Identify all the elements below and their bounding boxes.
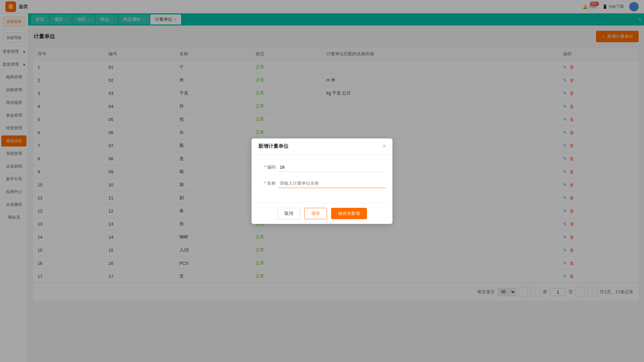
modal-footer: 取消 保存 保存并新增	[252, 203, 392, 224]
form-row-code: * 编码	[258, 163, 386, 172]
cancel-button[interactable]: 取消	[277, 208, 300, 219]
modal-title: 新增计量单位	[258, 143, 288, 149]
form-row-name: * 名称	[258, 179, 386, 188]
code-input[interactable]	[278, 163, 386, 172]
modal-overlay[interactable]: 新增计量单位 × * 编码 * 名称 取消 保存 保存并新增	[0, 0, 644, 362]
save-button[interactable]: 保存	[304, 208, 327, 219]
modal-body: * 编码 * 名称	[252, 155, 392, 203]
modal-close-btn[interactable]: ×	[383, 143, 386, 149]
name-label: * 名称	[258, 180, 278, 186]
add-unit-modal: 新增计量单位 × * 编码 * 名称 取消 保存 保存并新增	[252, 138, 392, 224]
code-label: * 编码	[258, 164, 278, 170]
modal-header: 新增计量单位 ×	[252, 138, 392, 155]
name-input[interactable]	[278, 179, 386, 188]
save-and-new-button[interactable]: 保存并新增	[331, 208, 367, 219]
